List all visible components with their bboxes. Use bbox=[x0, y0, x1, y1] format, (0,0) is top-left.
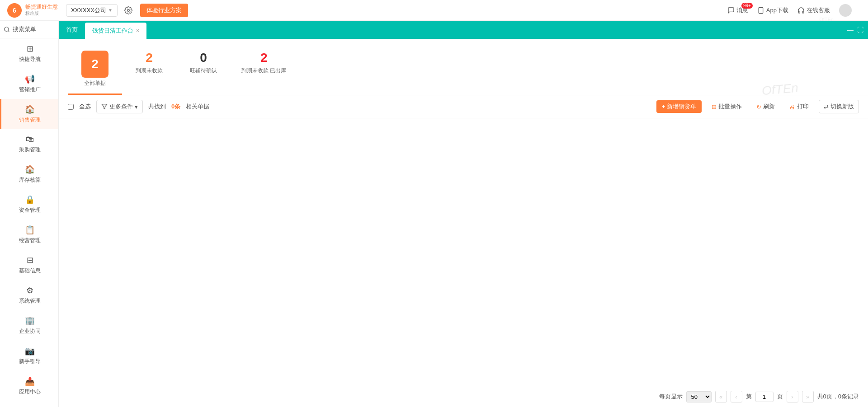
tab-expand-icon[interactable]: ⛶ bbox=[857, 26, 863, 33]
select-all-checkbox[interactable] bbox=[68, 104, 74, 110]
stat-overdue-shipped[interactable]: 2 到期未收款 已出库 bbox=[231, 46, 297, 95]
company-selector[interactable]: XXXXXX公司 ▼ bbox=[66, 4, 118, 17]
page-number-input[interactable] bbox=[755, 392, 774, 402]
system-icon: ⚙ bbox=[26, 285, 33, 295]
switch-version-button[interactable]: ⇄ 切换新版 bbox=[819, 100, 859, 113]
last-page-button[interactable]: » bbox=[802, 391, 814, 402]
sidebar-item-finance[interactable]: 🔒 资金管理 bbox=[0, 189, 58, 220]
batch-icon: ⊞ bbox=[712, 103, 717, 110]
stat-all-label: 全部单据 bbox=[84, 80, 106, 87]
sidebar-search[interactable]: 搜索菜单 bbox=[0, 21, 58, 38]
sidebar-label-quick-nav: 快捷导航 bbox=[19, 56, 41, 63]
stat-wangwang-num: 0 bbox=[200, 51, 207, 65]
stat-overdue-shipped-label: 到期未收款 已出库 bbox=[241, 67, 286, 75]
appstore-icon: 📥 bbox=[25, 376, 35, 386]
sidebar-label-purchase: 采购管理 bbox=[19, 146, 41, 154]
sidebar-label-system: 系统管理 bbox=[19, 297, 41, 305]
sidebar-label-inventory: 库存核算 bbox=[19, 176, 41, 184]
avatar[interactable] bbox=[839, 4, 852, 17]
sidebar-item-wecom[interactable]: 💬 企业微信 bbox=[0, 401, 58, 407]
content-area: 首页 钱货日清工作台 × — ⛶ 2 全部单据 2 到期未收款 bbox=[59, 21, 868, 407]
svg-rect-1 bbox=[759, 7, 763, 13]
message-badge: 99+ bbox=[741, 3, 753, 9]
sidebar: 搜索菜单 ⊞ 快捷导航 📢 营销推广 🏠 销售管理 🛍 采购管理 🏠 库存核算 … bbox=[0, 21, 59, 407]
stat-all-num: 2 bbox=[81, 51, 108, 78]
header-right: 消息 99+ App下载 在线客服 OfTEn bbox=[727, 4, 861, 17]
found-prefix: 共找到 bbox=[148, 103, 166, 111]
tab-close-icon[interactable]: × bbox=[136, 28, 139, 34]
per-page-label: 每页显示 bbox=[659, 393, 683, 401]
found-count: 0条 bbox=[171, 103, 180, 111]
next-page-button[interactable]: › bbox=[787, 391, 798, 402]
enterprise-icon: 🏢 bbox=[25, 316, 35, 326]
sidebar-item-quick-nav[interactable]: ⊞ 快捷导航 bbox=[0, 38, 58, 69]
online-service-btn[interactable]: 在线客服 bbox=[797, 6, 830, 14]
stat-overdue-label: 到期未收款 bbox=[136, 67, 163, 75]
sidebar-label-appstore: 应用中心 bbox=[19, 388, 41, 396]
tab-home[interactable]: 首页 bbox=[59, 21, 85, 39]
sidebar-search-label: 搜索菜单 bbox=[13, 25, 36, 33]
trial-button[interactable]: 体验行业方案 bbox=[140, 4, 188, 17]
batch-operation-button[interactable]: ⊞ 批量操作 bbox=[707, 100, 746, 113]
tab-workbench-label: 钱货日清工作台 bbox=[92, 27, 133, 35]
sidebar-label-base: 基础信息 bbox=[19, 267, 41, 275]
refresh-icon: ↻ bbox=[756, 103, 761, 110]
prev-page-button[interactable]: ‹ bbox=[731, 391, 742, 402]
tab-bar: 首页 钱货日清工作台 × — ⛶ bbox=[59, 21, 868, 39]
sidebar-item-appstore[interactable]: 📥 应用中心 bbox=[0, 371, 58, 401]
first-page-button[interactable]: « bbox=[715, 391, 727, 402]
logo-sub: 标准版 bbox=[25, 10, 58, 17]
sidebar-item-sales[interactable]: 🏠 销售管理 bbox=[0, 99, 58, 129]
logo-icon: 6 bbox=[7, 3, 22, 18]
batch-label: 批量操作 bbox=[718, 103, 742, 111]
online-service-label: 在线客服 bbox=[807, 6, 830, 14]
sidebar-item-system[interactable]: ⚙ 系统管理 bbox=[0, 280, 58, 310]
filter-arrow: ▾ bbox=[135, 103, 138, 110]
add-sales-order-button[interactable]: + 新增销货单 bbox=[656, 100, 702, 113]
message-btn[interactable]: 消息 99+ bbox=[727, 6, 748, 14]
sidebar-label-enterprise: 企业协同 bbox=[19, 327, 41, 335]
stats-area: 2 全部单据 2 到期未收款 0 旺辅待确认 2 到期未收款 已出库 bbox=[59, 39, 868, 95]
select-all-label: 全选 bbox=[79, 103, 91, 111]
found-suffix: 相关单据 bbox=[186, 103, 209, 111]
print-button[interactable]: 🖨 打印 bbox=[785, 100, 813, 113]
refresh-label: 刷新 bbox=[763, 103, 775, 111]
stat-overdue[interactable]: 2 到期未收款 bbox=[122, 46, 176, 95]
stat-wangwang[interactable]: 0 旺辅待确认 bbox=[176, 46, 231, 95]
total-label: 共0页，0条记录 bbox=[817, 393, 859, 401]
add-label: + 新增销货单 bbox=[662, 103, 696, 111]
table-area bbox=[59, 118, 868, 386]
sidebar-item-purchase[interactable]: 🛍 采购管理 bbox=[0, 129, 58, 159]
page-content: 2 全部单据 2 到期未收款 0 旺辅待确认 2 到期未收款 已出库 bbox=[59, 39, 868, 407]
tab-workbench[interactable]: 钱货日清工作台 × bbox=[85, 23, 146, 39]
app-download-btn[interactable]: App下载 bbox=[757, 6, 788, 14]
toolbar: 全选 更多条件 ▾ 共找到 0条 相关单据 + 新增销货单 ⊞ 批量操作 bbox=[59, 95, 868, 118]
refresh-button[interactable]: ↻ 刷新 bbox=[752, 100, 779, 113]
settings-icon[interactable] bbox=[122, 4, 135, 17]
app-download-label: App下载 bbox=[766, 6, 788, 14]
toolbar-right: + 新增销货单 ⊞ 批量操作 ↻ 刷新 🖨 打印 ⇄ bbox=[656, 100, 859, 113]
inventory-icon: 🏠 bbox=[25, 164, 35, 174]
sidebar-item-newbie[interactable]: 📷 新手引导 bbox=[0, 341, 58, 371]
tab-minimize-icon[interactable]: — bbox=[847, 26, 854, 33]
switch-label: 切换新版 bbox=[830, 103, 854, 111]
print-icon: 🖨 bbox=[789, 103, 795, 110]
logo-area: 6 畅捷通好生意 标准版 bbox=[7, 3, 66, 18]
sidebar-item-marketing[interactable]: 📢 营销推广 bbox=[0, 69, 58, 99]
sidebar-item-base[interactable]: ⊟ 基础信息 bbox=[0, 250, 58, 280]
stat-all[interactable]: 2 全部单据 bbox=[68, 46, 122, 95]
sidebar-item-operations[interactable]: 📋 经营管理 bbox=[0, 220, 58, 250]
per-page-select[interactable]: 50 100 200 bbox=[686, 391, 712, 402]
sidebar-item-inventory[interactable]: 🏠 库存核算 bbox=[0, 159, 58, 189]
page-label: 第 bbox=[746, 393, 752, 401]
company-name: XXXXXX公司 bbox=[71, 6, 106, 14]
tab-bar-actions: — ⛶ bbox=[847, 26, 868, 33]
switch-icon: ⇄ bbox=[824, 103, 829, 110]
logo-name: 畅捷通好生意 bbox=[25, 4, 58, 10]
sales-icon: 🏠 bbox=[25, 104, 35, 114]
sidebar-item-enterprise[interactable]: 🏢 企业协同 bbox=[0, 310, 58, 341]
filter-button[interactable]: 更多条件 ▾ bbox=[96, 100, 143, 113]
stat-wangwang-label: 旺辅待确认 bbox=[190, 67, 217, 75]
stat-overdue-num: 2 bbox=[146, 51, 153, 65]
svg-line-4 bbox=[8, 31, 9, 32]
